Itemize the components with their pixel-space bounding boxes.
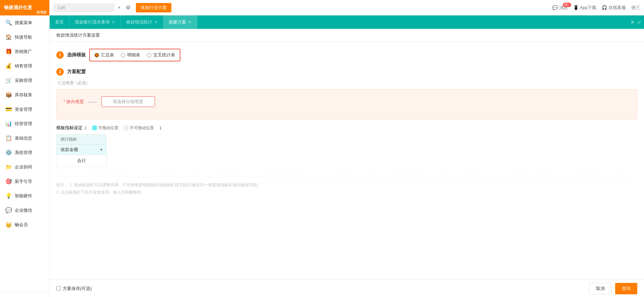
metrics-col-header[interactable]: 收款金额 ▾ [57, 145, 106, 155]
marketing-label: 营销推广 [15, 49, 32, 55]
cancel-button[interactable]: 取消 [589, 283, 612, 294]
version-badge: 标准版 [37, 10, 47, 15]
message-icon[interactable]: 💬 消息 99+ [552, 5, 568, 11]
tab-payment-stats[interactable]: 收款情况统计✕ [121, 15, 163, 29]
search-input[interactable] [54, 4, 114, 12]
maximize-icon[interactable]: ⤢ [637, 19, 641, 25]
save-checkbox-label[interactable]: 方案保存(可选) [56, 286, 92, 292]
step1-header: 1 选择模板 汇总表 明细表 [56, 49, 637, 61]
message-bubble-icon: 💬 [552, 5, 558, 10]
basic-info-icon: 📋 [5, 135, 12, 141]
enterprise-label: 企业协同 [15, 164, 32, 170]
sidebar-item-system[interactable]: ⚙️ 系统管理 [0, 145, 49, 160]
sidebar: 畅捷通好生意 标准版 🔍 搜索菜单 🏠 快捷导航 🎁 营销推广 💰 销售管理 🛒… [0, 0, 50, 297]
download-label: App下载 [580, 5, 596, 11]
username: 张三 [631, 5, 640, 11]
close-window-icon[interactable]: ✕ [631, 19, 635, 25]
radio-cross-input[interactable] [147, 53, 151, 57]
footer-buttons: 取消 查询 [589, 283, 637, 294]
operation-icon: 📊 [5, 120, 12, 127]
step2-section: 2 方案配置 汇总维度（必选） * 纵向维度 —— 请选择分组维度 [56, 68, 637, 196]
dimension-box: * 纵向维度 —— 请选择分组维度 [56, 89, 637, 119]
dimension-group-label: 汇总维度（必选） [56, 80, 637, 86]
sales-label: 销售管理 [15, 63, 32, 69]
tab-new-plan[interactable]: 新建方案✕ [163, 15, 197, 29]
sidebar-item-inventory[interactable]: 📦 库存核算 [0, 88, 49, 102]
logo-text: 畅捷通好生意 [4, 5, 32, 11]
sidebar-item-finance[interactable]: 💳 资金管理 [0, 102, 49, 116]
finance-icon: 💳 [5, 106, 12, 112]
search-menu-label: 搜索菜单 [15, 20, 32, 26]
sidebar-item-enterprise[interactable]: 📁 企业协同 [0, 160, 49, 174]
sidebar-item-newbie[interactable]: 🎯 新手引导 [0, 174, 49, 189]
metrics-total-cell: 合计 [57, 155, 106, 166]
radio-cross[interactable]: 交叉统计表 [147, 52, 175, 58]
sidebar-item-wechat[interactable]: 💬 企业微信 [0, 203, 49, 217]
tab-close-payment-stats[interactable]: ✕ [154, 20, 158, 24]
tab-home[interactable]: 首页 [50, 15, 69, 29]
vertical-dim-select[interactable]: 请选择分组维度 [101, 96, 155, 107]
content-area: 收款情况统计方案设置 1 选择模板 汇总表 [50, 29, 644, 297]
gear-icon[interactable]: ⚙ [126, 4, 130, 11]
sidebar-item-sales[interactable]: 💰 销售管理 [0, 59, 49, 73]
tab-close-bank-flow[interactable]: ✕ [112, 20, 115, 24]
chevron-icon[interactable]: ▾ [118, 5, 120, 10]
save-checkbox[interactable] [56, 286, 61, 291]
sidebar-item-basic-info[interactable]: 📋 基础信息 [0, 131, 49, 145]
tab-bank-flow[interactable]: 现金银行流水查询✕ [69, 15, 121, 29]
sidebar-item-search-menu[interactable]: 🔍 搜索菜单 [0, 15, 49, 30]
radio-detail[interactable]: 明细表 [121, 52, 140, 58]
tab-close-new-plan[interactable]: ✕ [188, 20, 192, 24]
step2-number: 2 [56, 68, 64, 76]
tab-label-bank-flow: 现金银行流水查询 [75, 19, 110, 25]
step1-title: 选择模板 [67, 52, 86, 58]
sidebar-item-smart-hw[interactable]: 💡 智能硬件 [0, 189, 49, 203]
sidebar-logo: 畅捷通好生意 标准版 [0, 0, 49, 15]
inventory-label: 库存核算 [15, 92, 32, 98]
radio-group: 汇总表 明细表 交叉统计表 [95, 52, 175, 58]
query-button[interactable]: 查询 [615, 283, 637, 294]
not-draggable-box [124, 126, 128, 130]
template-selector: 汇总表 明细表 交叉统计表 [89, 49, 180, 61]
right-paren: ） [159, 125, 164, 131]
radio-detail-label: 明细表 [127, 52, 140, 58]
radio-summary-input[interactable] [95, 53, 99, 57]
radio-detail-input[interactable] [121, 53, 125, 57]
wechat-icon: 💬 [5, 207, 12, 213]
member-label: 畅会员 [15, 222, 28, 228]
app-download-link[interactable]: 📱 App下载 [573, 5, 596, 11]
sidebar-item-member[interactable]: 👑 畅会员 [0, 217, 49, 232]
metrics-header-label: 模板指标设定（ [56, 125, 87, 131]
topbar-right: 💬 消息 99+ 📱 App下载 🎧 在线客服 张三 [552, 5, 640, 11]
tabbar: 首页现金银行流水查询✕收款情况统计✕新建方案✕ ✕ ⤢ [50, 15, 644, 29]
inventory-icon: 📦 [5, 92, 12, 98]
finance-label: 资金管理 [15, 106, 32, 112]
not-draggable-label: 不可拖动位置 [130, 125, 154, 131]
newbie-label: 新手引导 [15, 179, 32, 185]
metrics-hint-row: 模板指标设定（ 可拖动位置 不可拖动位置 ） [56, 125, 637, 131]
quick-nav-icon: 🏠 [5, 34, 12, 40]
headset-icon: 🎧 [602, 5, 607, 10]
support-link[interactable]: 🎧 在线客服 [602, 5, 626, 11]
marketing-icon: 🎁 [5, 48, 12, 55]
radio-summary[interactable]: 汇总表 [95, 52, 114, 58]
draggable-box [92, 126, 97, 130]
sidebar-item-marketing[interactable]: 🎁 营销推广 [0, 44, 49, 59]
arrow-icon: —— [88, 99, 97, 104]
sidebar-item-operation[interactable]: 📊 经营管理 [0, 116, 49, 131]
metrics-dropdown-icon[interactable]: ▾ [100, 147, 102, 152]
dimension-group: 汇总维度（必选） * 纵向维度 —— 请选择分组维度 [56, 80, 637, 119]
trial-button[interactable]: 体验行业方案 [136, 3, 171, 12]
tips-section: 提示： 1. 拖动标题栏可以调整布局，不可跨维度或指标区域拖动栏目字段(只能在同… [56, 176, 637, 196]
system-label: 系统管理 [15, 150, 32, 156]
sidebar-item-quick-nav[interactable]: 🏠 快捷导航 [0, 30, 49, 44]
purchase-label: 采购管理 [15, 78, 32, 84]
draggable-indicator: 可拖动位置 [92, 125, 118, 131]
tab-label-home: 首页 [55, 19, 64, 25]
search-menu-icon: 🔍 [5, 19, 12, 26]
topbar: ▾ ⚙ 体验行业方案 💬 消息 99+ 📱 App下载 🎧 在线客服 张三 [50, 0, 644, 15]
basic-info-label: 基础信息 [15, 135, 32, 141]
tip-1: 提示： 1. 拖动标题栏可以调整布局，不可跨维度或指标区域拖动栏目字段(只能在同… [56, 182, 637, 189]
sidebar-item-purchase[interactable]: 🛒 采购管理 [0, 73, 49, 88]
tabbar-actions: ✕ ⤢ [631, 19, 644, 25]
